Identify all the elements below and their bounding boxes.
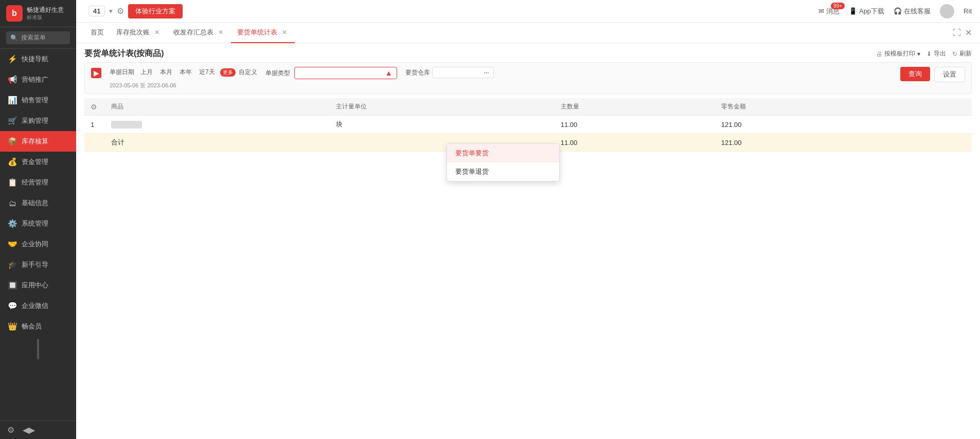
user-avatar[interactable] bbox=[940, 4, 954, 19]
print-icon: 🖨 bbox=[876, 50, 882, 58]
sidebar-item-finance[interactable]: 💰 资金管理 bbox=[0, 152, 76, 172]
page-header: 要货单统计表(按商品) 🖨 按模板打印 ▾ ⬇ 导出 ↻ 刷新 bbox=[76, 43, 980, 62]
col-amount: 零售金额 bbox=[715, 98, 907, 116]
filter-btn-7days[interactable]: 近7天 bbox=[197, 67, 217, 78]
filter-bar: ▶ 单据日期 上月 本月 本年 近7天 更多 自定义 2023-05-06 至 … bbox=[84, 62, 972, 94]
sidebar-item-label: 新手引导 bbox=[22, 260, 48, 269]
type-chevron-icon: ▲ bbox=[385, 69, 393, 77]
type-dropdown: 要货单要货 要货单退货 bbox=[447, 143, 560, 181]
headset-icon: 🎧 bbox=[894, 7, 902, 15]
tab-receipt-summary-close[interactable]: ✕ bbox=[217, 28, 225, 36]
basics-icon: 🗂 bbox=[7, 198, 17, 208]
col-settings: ⚙ bbox=[84, 98, 105, 116]
phone-icon: 📱 bbox=[849, 7, 857, 15]
brand-sub: 标准版 bbox=[27, 14, 64, 21]
sidebar-item-label: 畅会员 bbox=[22, 322, 42, 331]
filter-date-row: 单据日期 上月 本月 本年 近7天 更多 自定义 bbox=[110, 67, 257, 78]
filter-expand-btn[interactable]: ▶ bbox=[91, 68, 101, 78]
app-download[interactable]: 📱 App下载 bbox=[849, 7, 884, 16]
refresh-btn[interactable]: ↻ 刷新 bbox=[952, 49, 972, 58]
close-all-btn[interactable]: ✕ bbox=[965, 28, 972, 38]
tab-order-summary-close[interactable]: ✕ bbox=[280, 28, 289, 36]
sidebar-item-sales[interactable]: 📊 销售管理 bbox=[0, 90, 76, 111]
finance-icon: 💰 bbox=[7, 157, 17, 167]
sidebar-item-app-center[interactable]: 🔲 应用中心 bbox=[0, 275, 76, 296]
sidebar-item-basics[interactable]: 🗂 基础信息 bbox=[0, 193, 76, 213]
sidebar-search[interactable]: 🔍 搜索菜单 bbox=[0, 27, 76, 49]
sidebar-item-label: 营销推广 bbox=[22, 75, 48, 84]
row-product: ██████ bbox=[105, 116, 330, 134]
filter-actions: 查询 设置 bbox=[900, 67, 965, 82]
online-service-label: 在线客服 bbox=[904, 7, 931, 16]
tab-home[interactable]: 首页 bbox=[84, 23, 110, 43]
messages-badge[interactable]: ✉ 消息 99+ bbox=[818, 7, 840, 16]
filter-btn-this-year[interactable]: 本年 bbox=[177, 67, 194, 78]
close-icon[interactable]: ✕ bbox=[217, 28, 225, 36]
print-btn[interactable]: 🖨 按模板打印 ▾ bbox=[876, 49, 920, 58]
type-input[interactable] bbox=[299, 69, 385, 77]
dropdown-item-label: 要货单退货 bbox=[455, 168, 489, 175]
sidebar-item-label: 企业协同 bbox=[22, 240, 48, 249]
topbar-gear-icon[interactable]: ⚙ bbox=[117, 6, 124, 16]
online-service[interactable]: 🎧 在线客服 bbox=[894, 7, 931, 16]
operations-icon: 📋 bbox=[7, 177, 17, 188]
member-icon: 👑 bbox=[7, 321, 17, 332]
warehouse-label: 要货仓库 bbox=[405, 68, 430, 77]
export-btn[interactable]: ⬇ 导出 bbox=[926, 49, 946, 58]
tab-batch-account-label: 库存批次账 bbox=[116, 28, 150, 37]
total-empty-1 bbox=[84, 134, 105, 152]
close-icon[interactable]: ✕ bbox=[153, 28, 161, 36]
tab-bar: 首页 库存批次账 ✕ 收发存汇总表 ✕ 要货单统计表 ✕ ⛶ ✕ bbox=[76, 23, 980, 43]
warehouse-select[interactable]: ··· bbox=[432, 67, 494, 78]
trial-btn[interactable]: 体验行业方案 bbox=[128, 4, 183, 19]
dropdown-item-order-goods[interactable]: 要货单要货 bbox=[447, 144, 559, 162]
maximize-btn[interactable]: ⛶ bbox=[953, 28, 961, 38]
filter-more-badge[interactable]: 更多 bbox=[220, 68, 236, 77]
user-name: Rit bbox=[964, 7, 972, 15]
tab-batch-account-close[interactable]: ✕ bbox=[153, 28, 161, 36]
dropdown-item-order-return[interactable]: 要货单退货 bbox=[447, 162, 559, 181]
close-icon[interactable]: ✕ bbox=[280, 28, 289, 36]
filter-type-select[interactable]: ▲ bbox=[294, 67, 397, 79]
col-extra bbox=[907, 98, 972, 116]
col-unit: 主计量单位 bbox=[330, 98, 555, 116]
sidebar-item-marketing[interactable]: 📢 营销推广 bbox=[0, 69, 76, 90]
collapse-icon[interactable]: ◀▶ bbox=[23, 425, 35, 435]
query-btn[interactable]: 查询 bbox=[900, 67, 930, 81]
sidebar-item-system[interactable]: ⚙️ 系统管理 bbox=[0, 213, 76, 234]
filter-custom-date[interactable]: 自定义 bbox=[239, 68, 257, 77]
logo-icon: b bbox=[6, 5, 23, 22]
filter-date-range: 2023-05-06 至 2023-06-06 bbox=[110, 82, 257, 89]
sidebar-item-purchase[interactable]: 🛒 采购管理 bbox=[0, 111, 76, 131]
search-label: 搜索菜单 bbox=[21, 33, 46, 42]
tab-order-summary[interactable]: 要货单统计表 ✕ bbox=[231, 23, 295, 43]
sidebar-item-quick-nav[interactable]: ⚡ 快捷导航 bbox=[0, 49, 76, 69]
sidebar-item-label: 采购管理 bbox=[22, 116, 48, 125]
quick-nav-icon: ⚡ bbox=[7, 54, 17, 64]
table-settings-icon[interactable]: ⚙ bbox=[91, 103, 97, 111]
tab-receipt-summary[interactable]: 收发存汇总表 ✕ bbox=[167, 23, 231, 43]
store-chevron-icon[interactable]: ▾ bbox=[109, 7, 113, 15]
tab-batch-account[interactable]: 库存批次账 ✕ bbox=[110, 23, 167, 43]
settings-icon[interactable]: ⚙ bbox=[7, 425, 14, 435]
topbar-left: 41 ▾ ⚙ 体验行业方案 bbox=[84, 4, 183, 19]
sidebar-item-member[interactable]: 👑 畅会员 bbox=[0, 316, 76, 337]
sidebar-item-guide[interactable]: 🎓 新手引导 bbox=[0, 254, 76, 275]
settings-btn[interactable]: 设置 bbox=[934, 67, 965, 82]
sidebar-item-operations[interactable]: 📋 经营管理 bbox=[0, 172, 76, 193]
filter-btn-this-month[interactable]: 本月 bbox=[158, 67, 174, 78]
main-content: 41 ▾ ⚙ 体验行业方案 ✉ 消息 99+ 📱 App下载 🎧 在线客服 Ri… bbox=[76, 0, 980, 439]
inventory-icon: 📦 bbox=[7, 136, 17, 147]
row-index: 1 bbox=[84, 116, 105, 134]
filter-btn-last-month[interactable]: 上月 bbox=[138, 67, 155, 78]
sidebar-nav: ⚡ 快捷导航 📢 营销推广 📊 销售管理 🛒 采购管理 📦 库存核算 💰 资金管… bbox=[0, 49, 76, 420]
sidebar-item-enterprise[interactable]: 🤝 企业协同 bbox=[0, 234, 76, 254]
refresh-label: 刷新 bbox=[959, 49, 972, 58]
page-actions: 🖨 按模板打印 ▾ ⬇ 导出 ↻ 刷新 bbox=[876, 49, 972, 58]
sidebar-item-inventory[interactable]: 📦 库存核算 bbox=[0, 131, 76, 152]
sidebar-item-wechat[interactable]: 💬 企业微信 bbox=[0, 296, 76, 316]
warehouse-more-icon[interactable]: ··· bbox=[484, 69, 489, 76]
sidebar: b 畅捷通好生意 标准版 🔍 搜索菜单 ⚡ 快捷导航 📢 营销推广 📊 销售管理… bbox=[0, 0, 76, 439]
print-chevron-icon[interactable]: ▾ bbox=[917, 50, 920, 58]
expand-icon: ▶ bbox=[94, 69, 99, 77]
